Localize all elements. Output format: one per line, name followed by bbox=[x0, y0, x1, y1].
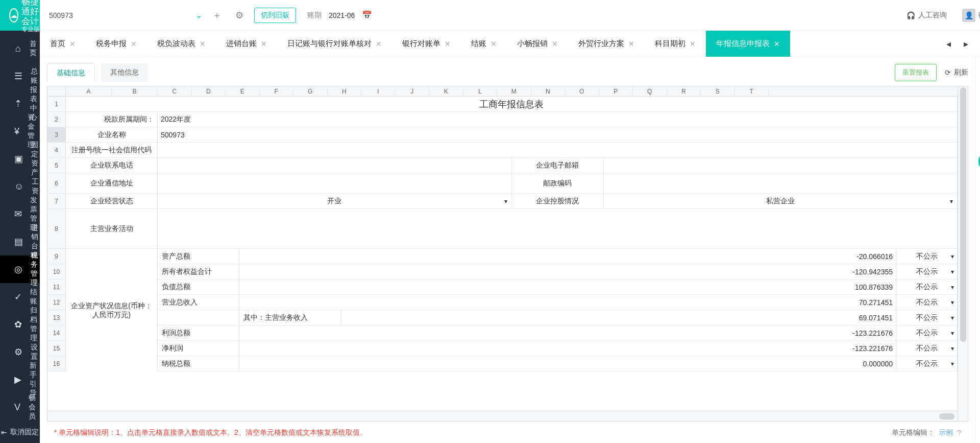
sidebar-item-4[interactable]: ▣固定资产 bbox=[0, 145, 40, 173]
close-icon[interactable]: ✕ bbox=[261, 40, 267, 48]
tab-5[interactable]: 银行对账单✕ bbox=[392, 31, 461, 57]
horizontal-scrollbar[interactable] bbox=[47, 411, 958, 421]
col-header[interactable]: I bbox=[361, 86, 396, 96]
sidebar-item-8[interactable]: ◎税务管理 bbox=[0, 255, 40, 283]
col-header[interactable]: J bbox=[396, 86, 430, 96]
col-header[interactable]: T bbox=[735, 86, 769, 96]
year-option[interactable]: 2020年 bbox=[978, 153, 981, 170]
tab-3[interactable]: 进销台账✕ bbox=[216, 31, 277, 57]
sheet-tab[interactable]: 基础信息 bbox=[47, 63, 95, 82]
row-header[interactable]: 2 bbox=[47, 112, 66, 127]
select-all-cell[interactable] bbox=[47, 86, 66, 96]
finance-value[interactable]: -120.942355 bbox=[239, 264, 896, 279]
tab-close-all[interactable]: ✕ bbox=[974, 35, 980, 53]
customer-service[interactable]: 🎧 人工咨询 bbox=[906, 11, 947, 20]
row-header[interactable]: 11 bbox=[47, 279, 66, 295]
col-header[interactable]: A bbox=[66, 86, 112, 96]
row-header[interactable]: 1 bbox=[47, 97, 66, 111]
finance-value[interactable]: -123.221676 bbox=[239, 325, 896, 340]
add-button[interactable]: ＋ bbox=[209, 8, 225, 23]
col-header[interactable]: E bbox=[226, 86, 260, 96]
company-selector[interactable]: 500973 ⌄ bbox=[49, 7, 202, 24]
row-header[interactable]: 4 bbox=[47, 143, 66, 157]
phone-input[interactable] bbox=[158, 158, 512, 173]
close-icon[interactable]: ✕ bbox=[376, 40, 382, 48]
row-header[interactable]: 5 bbox=[47, 158, 66, 173]
vertical-scrollbar[interactable] bbox=[958, 86, 968, 421]
help-icon[interactable]: ? bbox=[957, 429, 961, 437]
row-header[interactable]: 12 bbox=[47, 295, 66, 310]
activity-input[interactable] bbox=[158, 209, 958, 248]
col-header[interactable]: O bbox=[565, 86, 599, 96]
email-input[interactable] bbox=[604, 158, 958, 173]
tab-2[interactable]: 税负波动表✕ bbox=[147, 31, 216, 57]
sheet-tab[interactable]: 其他信息 bbox=[101, 63, 148, 82]
publish-select[interactable]: 不公示 bbox=[896, 295, 958, 310]
finance-value[interactable]: -123.221676 bbox=[239, 341, 896, 356]
close-icon[interactable]: ✕ bbox=[552, 40, 558, 48]
company-name-input[interactable]: 500973 bbox=[158, 127, 958, 142]
year-option[interactable]: 2017年 bbox=[978, 83, 981, 99]
col-header[interactable]: D bbox=[192, 86, 226, 96]
rebuild-report-button[interactable]: 重置报表 bbox=[895, 64, 937, 81]
year-option[interactable]: 2023年 bbox=[978, 224, 981, 240]
col-header[interactable]: N bbox=[531, 86, 566, 96]
publish-select[interactable]: 不公示 bbox=[896, 264, 958, 279]
switch-old-version-button[interactable]: 切到旧版 bbox=[254, 8, 296, 23]
status-select[interactable]: 开业 bbox=[158, 194, 512, 208]
publish-select[interactable]: 不公示 bbox=[896, 310, 958, 325]
sidebar-unpin[interactable]: ⇤ 取消固定 bbox=[0, 421, 40, 443]
refresh-button[interactable]: ⟳ 刷新 bbox=[945, 68, 968, 77]
row-header[interactable]: 15 bbox=[47, 341, 66, 356]
close-icon[interactable]: ✕ bbox=[491, 40, 497, 48]
col-header[interactable]: B bbox=[112, 86, 158, 96]
settings-icon[interactable]: ⚙ bbox=[232, 8, 247, 23]
year-option[interactable]: 2018年 bbox=[978, 106, 981, 123]
col-header[interactable]: S bbox=[701, 86, 735, 96]
sidebar-item-13[interactable]: V畅会员 bbox=[0, 393, 40, 421]
publish-select[interactable]: 不公示 bbox=[896, 325, 958, 340]
close-icon[interactable]: ✕ bbox=[131, 40, 137, 48]
tab-6[interactable]: 结账✕ bbox=[461, 31, 507, 57]
tab-8[interactable]: 外贸行业方案✕ bbox=[568, 31, 645, 57]
row-header[interactable]: 13 bbox=[47, 310, 66, 325]
user-menu[interactable]: 👤 徐泽华 bbox=[962, 9, 980, 22]
row-header[interactable]: 14 bbox=[47, 325, 66, 341]
close-icon[interactable]: ✕ bbox=[200, 40, 206, 48]
sidebar-item-10[interactable]: ✿归档管理 bbox=[0, 311, 40, 338]
row-header[interactable]: 7 bbox=[47, 194, 66, 208]
col-header[interactable]: Q bbox=[633, 86, 667, 96]
sidebar-item-0[interactable]: ⌂首页 bbox=[0, 35, 40, 62]
sidebar-item-12[interactable]: ▶新手引导 bbox=[0, 366, 40, 393]
tab-next[interactable]: ▸ bbox=[957, 35, 974, 53]
close-icon[interactable]: ✕ bbox=[774, 40, 780, 48]
finance-value[interactable]: 100.876339 bbox=[239, 279, 896, 294]
tab-1[interactable]: 税务申报✕ bbox=[86, 31, 147, 57]
col-header[interactable]: R bbox=[667, 86, 701, 96]
holding-select[interactable]: 私营企业 bbox=[604, 194, 958, 208]
close-icon[interactable]: ✕ bbox=[690, 40, 696, 48]
publish-select[interactable]: 不公示 bbox=[896, 249, 958, 264]
row-header[interactable]: 10 bbox=[47, 264, 66, 279]
col-header[interactable]: P bbox=[599, 86, 633, 96]
address-input[interactable] bbox=[158, 173, 512, 193]
postcode-input[interactable] bbox=[604, 173, 958, 193]
col-header[interactable]: K bbox=[429, 86, 463, 96]
col-header[interactable]: F bbox=[260, 86, 294, 96]
publish-select[interactable]: 不公示 bbox=[896, 279, 958, 294]
col-header[interactable]: C bbox=[158, 86, 192, 96]
finance-value[interactable]: 70.271451 bbox=[239, 295, 896, 310]
tab-prev[interactable]: ◂ bbox=[940, 35, 957, 53]
tab-0[interactable]: 首页✕ bbox=[40, 31, 86, 57]
tab-4[interactable]: 日记账与银行对账单核对✕ bbox=[277, 31, 392, 57]
year-option[interactable]: 2019年 bbox=[978, 130, 981, 146]
row-header[interactable]: 9 bbox=[47, 249, 66, 264]
finance-value[interactable]: -20.066016 bbox=[239, 249, 896, 264]
row-header[interactable]: 6 bbox=[47, 173, 66, 193]
tab-7[interactable]: 小畅报销✕ bbox=[507, 31, 568, 57]
finance-value[interactable]: 0.000000 bbox=[239, 356, 896, 371]
row-header[interactable]: 8 bbox=[47, 209, 66, 248]
row-header[interactable]: 3 bbox=[47, 127, 66, 142]
year-option[interactable]: 2022年 bbox=[978, 200, 981, 217]
tab-10[interactable]: 年报信息申报表✕ bbox=[706, 31, 790, 57]
